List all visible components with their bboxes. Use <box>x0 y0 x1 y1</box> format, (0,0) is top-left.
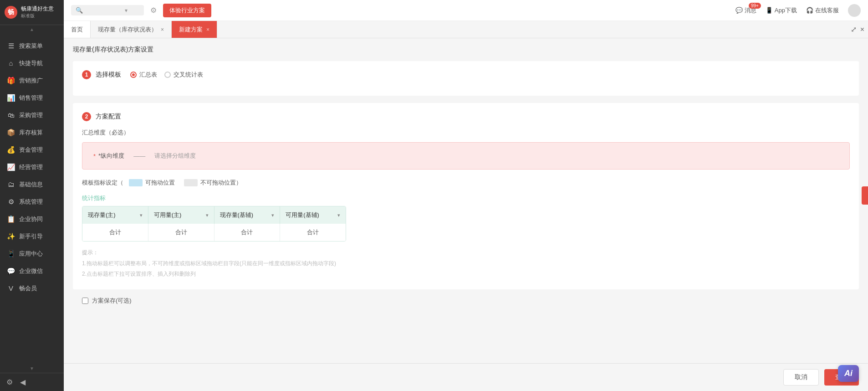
tips-section: 提示： 1.拖动标题栏可以调整布局，不可跨维度或指标区域拖动栏目字段(只能在同一… <box>82 249 850 278</box>
sidebar-item-quick-nav[interactable]: ⌂ 快捷导航 <box>0 55 64 72</box>
sidebar-item-sales[interactable]: 📊 销售管理 <box>0 89 64 107</box>
quick-nav-icon: ⌂ <box>6 59 15 67</box>
radio-summary[interactable]: 汇总表 <box>130 71 157 79</box>
step1-section: 1 选择模板 汇总表 交叉统计表 <box>73 61 859 96</box>
draggable-box <box>129 179 143 186</box>
cancel-button[interactable]: 取消 <box>783 369 819 386</box>
tab-close-inventory[interactable]: × <box>161 26 164 33</box>
ai-badge[interactable]: Ai <box>838 365 859 382</box>
sidebar-item-enterprise[interactable]: 📋 企业协同 <box>0 211 64 228</box>
sidebar-item-system[interactable]: ⚙ 系统管理 <box>0 193 64 211</box>
radio-cross[interactable]: 交叉统计表 <box>164 71 203 79</box>
save-checkbox[interactable] <box>82 298 88 304</box>
save-label: 方案保存(可选) <box>92 297 132 305</box>
logo-icon: 畅 <box>5 6 17 19</box>
sidebar-item-basic-info[interactable]: 🗂 基础信息 <box>0 176 64 193</box>
chevron-down-icon-3: ▾ <box>337 212 340 218</box>
step1-row: 1 选择模板 汇总表 交叉统计表 <box>82 70 850 79</box>
summary-dim-label: 汇总维度（必选） <box>82 129 850 137</box>
indicator-draggable: 可拖动位置 <box>129 179 175 187</box>
template-indicator-row: 模板指标设定（ 可拖动位置 不可拖动位置） <box>82 179 850 187</box>
header-cell-1[interactable]: 可用量(主) ▾ <box>148 206 214 224</box>
body-cell-0-0: 合计 <box>82 224 148 241</box>
member-icon: V <box>6 284 15 292</box>
logo-text: 畅康通好生意 标准版 <box>21 5 54 19</box>
step2-title: 方案配置 <box>96 113 121 121</box>
sidebar-item-inventory[interactable]: 📦 库存核算 <box>0 124 64 141</box>
sidebar-item-search-menu[interactable]: ☰ 搜索菜单 <box>0 37 64 55</box>
industry-plan-button[interactable]: 体验行业方案 <box>163 4 211 17</box>
sidebar-item-marketing[interactable]: 🎁 营销推广 <box>0 72 64 89</box>
sidebar-scroll-down[interactable]: ▼ <box>0 364 64 373</box>
tab-restore-button[interactable]: ⤢ <box>851 25 857 34</box>
indicator-fixed: 不可拖动位置） <box>184 179 242 187</box>
sidebar-item-member[interactable]: V 畅会员 <box>0 280 64 297</box>
bottom-bar: 取消 查询 <box>64 363 868 391</box>
right-float-bar[interactable] <box>862 186 868 205</box>
settings-icon[interactable]: ⚙ <box>6 378 13 386</box>
dim-placeholder[interactable]: 请选择分组维度 <box>154 152 196 160</box>
sidebar-footer: ⚙ ◀ <box>0 373 64 391</box>
header-cell-2[interactable]: 现存量(基辅) ▾ <box>214 206 281 224</box>
tab-inventory-status[interactable]: 现存量（库存状况表） × <box>91 21 172 38</box>
body-cell-0-1: 合计 <box>148 224 214 241</box>
user-avatar[interactable] <box>848 4 861 17</box>
template-indicator-label: 模板指标设定（ <box>82 179 123 187</box>
step2-section: 2 方案配置 汇总维度（必选） * *纵向维度 —— 请选择分组维度 模板指标设… <box>73 103 859 289</box>
topbar: 🔍 ▾ ⚙ 体验行业方案 💬 消息 99+ 📱 App下载 🎧 在线客服 <box>64 0 868 21</box>
message-button[interactable]: 💬 消息 99+ <box>735 6 756 15</box>
sidebar-item-newbie[interactable]: ✨ 新手引导 <box>0 228 64 245</box>
sidebar-item-finance[interactable]: 💰 资金管理 <box>0 141 64 159</box>
template-radio-group: 汇总表 交叉统计表 <box>130 71 203 79</box>
stats-label: 统计指标 <box>82 194 850 202</box>
inventory-icon: 📦 <box>6 129 15 137</box>
tab-close-new-plan[interactable]: × <box>206 26 209 33</box>
message-icon: 💬 <box>735 7 743 14</box>
sidebar-item-purchase[interactable]: 🛍 采购管理 <box>0 107 64 124</box>
sidebar-item-app-center[interactable]: 📱 应用中心 <box>0 245 64 262</box>
sidebar-item-operation[interactable]: 📈 经营管理 <box>0 159 64 176</box>
collapse-icon[interactable]: ◀ <box>20 378 26 386</box>
main: 🔍 ▾ ⚙ 体验行业方案 💬 消息 99+ 📱 App下载 🎧 在线客服 <box>64 0 868 391</box>
step1-badge: 1 <box>82 70 91 79</box>
search-menu-icon: ☰ <box>6 42 15 50</box>
footer-save-row: 方案保存(可选) <box>73 289 859 309</box>
step2-row: 2 方案配置 <box>82 112 850 121</box>
gear-icon[interactable]: ⚙ <box>150 6 157 15</box>
body-cell-0-2: 合计 <box>214 224 281 241</box>
step1-title: 选择模板 <box>96 71 121 79</box>
sidebar-item-wechat[interactable]: 💬 企业微信 <box>0 262 64 280</box>
radio-dot-summary <box>130 72 137 78</box>
tab-actions: ⤢ × <box>851 25 868 34</box>
sidebar-scroll-up[interactable]: ▲ <box>0 25 64 34</box>
tab-new-plan[interactable]: 新建方案 × <box>172 21 217 38</box>
topbar-search[interactable]: 🔍 ▾ <box>71 5 144 15</box>
search-icon: 🔍 <box>76 7 83 14</box>
online-service-button[interactable]: 🎧 在线客服 <box>806 6 839 15</box>
body-cell-0-3: 合计 <box>280 224 346 241</box>
tips-title: 提示： <box>82 249 850 257</box>
chevron-down-icon: ▾ <box>125 7 128 14</box>
header-cell-0[interactable]: 现存量(主) ▾ <box>82 206 148 224</box>
fixed-box <box>184 179 198 186</box>
service-icon: 🎧 <box>806 7 813 14</box>
tab-home[interactable]: 首页 <box>64 21 91 38</box>
sidebar-logo: 畅 畅康通好生意 标准版 <box>0 0 64 25</box>
vertical-dim-label: *纵向维度 <box>98 152 124 160</box>
vertical-dim-area: * *纵向维度 —— 请选择分组维度 <box>82 142 850 170</box>
avatar <box>848 4 861 17</box>
topbar-right: 💬 消息 99+ 📱 App下载 🎧 在线客服 <box>735 4 861 17</box>
content-area: 现存量(库存状况表)方案设置 1 选择模板 汇总表 交叉统计表 <box>64 38 868 363</box>
header-cell-3[interactable]: 可用量(基辅) ▾ <box>280 206 346 224</box>
sales-icon: 📊 <box>6 94 15 102</box>
app-download-button[interactable]: 📱 App下载 <box>766 6 797 15</box>
wechat-icon: 💬 <box>6 267 15 275</box>
radio-dot-cross <box>164 72 171 78</box>
finance-icon: 💰 <box>6 146 15 154</box>
dim-dashes: —— <box>133 153 145 159</box>
marketing-icon: 🎁 <box>6 77 15 85</box>
tab-close-button[interactable]: × <box>860 26 864 34</box>
search-input[interactable] <box>86 7 122 14</box>
stats-table: 现存量(主) ▾ 可用量(主) ▾ 现存量(基辅) ▾ 可用量(基辅) ▾ <box>82 206 346 242</box>
sidebar: 畅 畅康通好生意 标准版 ▲ ☰ 搜索菜单 ⌂ 快捷导航 🎁 营销推广 📊 销售… <box>0 0 64 391</box>
